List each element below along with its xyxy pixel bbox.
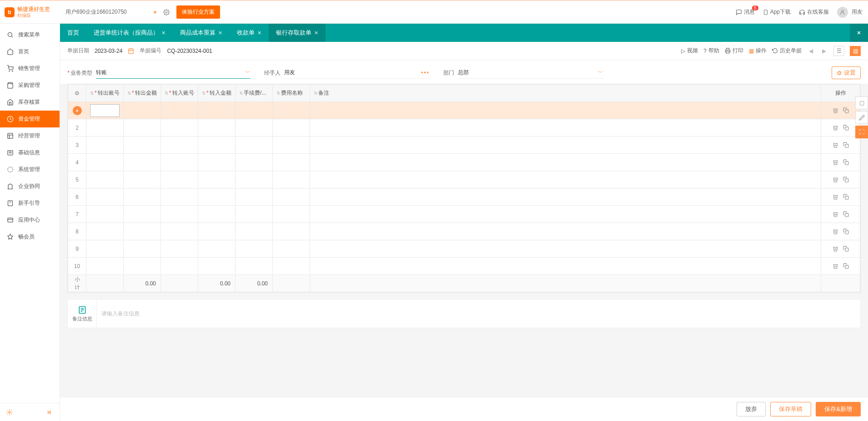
dept-select[interactable]: 总部 ﹀	[458, 67, 603, 79]
close-all-tabs-button[interactable]	[850, 24, 868, 42]
col-label: 转入金额	[210, 90, 231, 96]
sidebar-item[interactable]: 应用中心	[0, 212, 60, 228]
sidebar-item[interactable]: 经营管理	[0, 127, 60, 144]
sidebar-item[interactable]: 销售管理	[0, 60, 60, 77]
online-service-button[interactable]: 在线客服	[799, 8, 829, 16]
handler-select[interactable]: 用友 •••	[284, 67, 430, 79]
out-acct-input[interactable]	[90, 104, 120, 117]
delete-row-button[interactable]	[833, 194, 838, 200]
copy-row-button[interactable]	[843, 159, 849, 165]
history-button[interactable]: 历史单据	[772, 47, 802, 55]
col-label: 费用名称	[281, 90, 303, 96]
sidebar-item[interactable]: 畅会员	[0, 228, 60, 245]
table-row: 4	[68, 154, 860, 171]
sidebar-item[interactable]: 企业协同	[0, 178, 60, 195]
delete-row-button[interactable]	[833, 246, 838, 252]
date-value[interactable]: 2023-03-24	[95, 48, 122, 54]
gear-column-header[interactable]: ⚙	[68, 85, 86, 102]
col-label: 转入账号	[172, 90, 194, 96]
print-button[interactable]: 打印	[725, 47, 743, 55]
next-doc-button[interactable]: ▶	[820, 48, 828, 54]
sidebar-item[interactable]: 采购管理	[0, 77, 60, 94]
view-list-button[interactable]: ☰	[833, 46, 844, 56]
messages-button[interactable]: 消息 6	[736, 8, 755, 16]
copy-row-button[interactable]	[843, 246, 849, 252]
video-button[interactable]: ▷ 视频	[681, 47, 698, 55]
sidebar-item[interactable]: 基础信息	[0, 144, 60, 161]
collapse-icon[interactable]	[47, 409, 53, 416]
float-tool-expand[interactable]: ⛶	[855, 126, 868, 138]
float-tool-1[interactable]: ▢	[855, 96, 868, 109]
col-fee-name[interactable]: ⇅费用名称	[273, 85, 310, 102]
delete-row-button[interactable]	[833, 142, 838, 148]
close-icon[interactable]: ✕	[257, 30, 261, 36]
tab[interactable]: 银行存取款单✕	[269, 24, 326, 42]
prev-doc-button[interactable]: ◀	[807, 48, 815, 54]
float-tools: ▢ ⛶	[855, 96, 868, 138]
tab[interactable]: 收款单✕	[230, 24, 269, 42]
sidebar-item-label: 采购管理	[18, 81, 40, 89]
save-new-button[interactable]: 保存&新增	[816, 402, 861, 416]
copy-row-button[interactable]	[843, 228, 849, 234]
settings-icon[interactable]	[6, 409, 13, 416]
close-icon[interactable]: ✕	[161, 30, 166, 36]
operate-button[interactable]: ▦ 操作	[749, 47, 767, 55]
svg-rect-19	[7, 218, 12, 222]
add-row-button[interactable]: +	[73, 106, 82, 115]
copy-row-button[interactable]	[843, 194, 849, 200]
copy-row-button[interactable]	[843, 211, 849, 217]
float-tool-edit[interactable]	[855, 111, 868, 124]
delete-row-button[interactable]	[833, 159, 838, 165]
col-out-amt[interactable]: ⇅*转出金额	[124, 85, 161, 102]
biztype-select[interactable]: 转账 ﹀	[96, 67, 251, 79]
sidebar-item[interactable]: 新手引导	[0, 195, 60, 212]
col-fee[interactable]: ⇅手续费/...	[236, 85, 273, 102]
sidebar-item[interactable]: 首页	[0, 43, 60, 60]
tenant-select[interactable]: 用户690企业1660120750 ▾	[65, 6, 156, 19]
tabs: 首页进货单统计表（按商品）✕商品成本重算✕收款单✕银行存取款单✕	[60, 24, 868, 42]
col-remark[interactable]: ⇅备注	[310, 85, 821, 102]
delete-row-button[interactable]	[833, 263, 838, 269]
sidebar: 搜索菜单首页销售管理采购管理库存核算资金管理经营管理基础信息系统管理企业协同新手…	[0, 24, 60, 421]
delete-row-button[interactable]	[833, 228, 838, 234]
copy-row-button[interactable]	[843, 107, 849, 113]
user-menu[interactable]: 用友	[837, 7, 863, 18]
tab[interactable]: 首页	[60, 24, 86, 42]
sidebar-item[interactable]: 搜索菜单	[0, 26, 60, 43]
tab[interactable]: 进货单统计表（按商品）✕	[86, 24, 173, 42]
svg-rect-34	[845, 179, 848, 182]
calendar-icon[interactable]	[128, 48, 134, 54]
delete-row-button[interactable]	[833, 211, 838, 217]
save-draft-button[interactable]: 保存草稿	[770, 402, 811, 416]
experience-button[interactable]: 体验行业方案	[176, 5, 220, 19]
copy-row-button[interactable]	[843, 142, 849, 148]
close-icon[interactable]: ✕	[218, 30, 222, 36]
form-row: *业务类型 转账 ﹀ 经手人 用友 ••• 部门 总部	[60, 60, 868, 84]
svg-rect-37	[845, 231, 848, 234]
sidebar-item[interactable]: 资金管理	[0, 111, 60, 127]
col-in-acct[interactable]: ⇅*转入账号	[161, 85, 198, 102]
tab[interactable]: 商品成本重算✕	[173, 24, 230, 42]
gear-icon[interactable]	[160, 6, 173, 19]
remark-input[interactable]	[101, 310, 856, 317]
sidebar-item[interactable]: 系统管理	[0, 161, 60, 178]
copy-row-button[interactable]	[843, 263, 849, 269]
help-button[interactable]: ? 帮助	[703, 47, 719, 55]
col-out-acct[interactable]: ⇅*转出账号	[86, 85, 124, 102]
app-download-button[interactable]: App下载	[763, 8, 791, 16]
discard-button[interactable]: 放弃	[737, 402, 766, 416]
sidebar-item[interactable]: 库存核算	[0, 94, 60, 111]
handler-label: 经手人	[264, 69, 281, 77]
delete-row-button[interactable]	[833, 177, 838, 183]
delete-row-button[interactable]	[833, 107, 838, 113]
svg-point-3	[842, 10, 844, 12]
close-icon[interactable]: ✕	[314, 30, 318, 36]
col-in-amt[interactable]: ⇅*转入金额	[198, 85, 236, 102]
copy-row-button[interactable]	[843, 177, 849, 183]
col-label: 备注	[318, 90, 329, 96]
view-card-button[interactable]: ▤	[850, 46, 861, 56]
copy-row-button[interactable]	[843, 125, 849, 131]
sidebar-item-label: 基础信息	[18, 149, 40, 157]
delete-row-button[interactable]	[833, 125, 838, 131]
settings-button[interactable]: ⚙ 设置	[832, 66, 861, 79]
